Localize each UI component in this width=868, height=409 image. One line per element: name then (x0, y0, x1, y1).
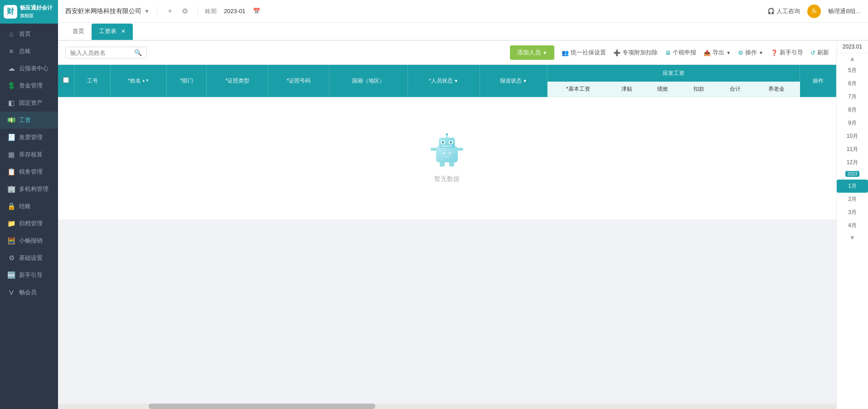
sidebar-item-member[interactable]: V 畅会员 (0, 284, 58, 301)
th-id-number-label: *证照号码 (287, 78, 311, 84)
cloud-icon: ☁ (7, 64, 15, 73)
th-dept-label: *部门 (180, 78, 193, 84)
sidebar-item-label: 畅会员 (19, 288, 37, 297)
search-input[interactable] (70, 49, 131, 56)
sidebar-item-ledger[interactable]: ≡ 总账 (0, 43, 58, 60)
svg-rect-15 (444, 156, 450, 157)
sidebar-item-inventory[interactable]: ▦ 库存核算 (0, 146, 58, 163)
period-nav-down[interactable]: ▼ (848, 232, 858, 243)
table-header-row: 工号 *姓名 ▲▼ *部门 (58, 65, 836, 82)
guide-button[interactable]: ❓ 新手引导 (771, 49, 803, 57)
guide-label: 新手引导 (780, 49, 803, 57)
human-service-button[interactable]: 🎧 人工咨询 (767, 7, 800, 15)
company-selector[interactable]: 西安虾米网络科技有限公司 ▼ (65, 7, 150, 15)
sidebar-item-fund[interactable]: 💲 资金管理 (0, 77, 58, 94)
period-month-9[interactable]: 9月 (837, 117, 868, 130)
th-report-status: 报送状态 ▼ (480, 65, 547, 97)
status-filter-icon: ▼ (454, 78, 458, 83)
th-total-label: 合计 (730, 86, 741, 92)
tab-salary-table[interactable]: 工资表 ✕ (92, 24, 133, 40)
personal-tax-label: 个税申报 (673, 49, 696, 57)
th-name-sort[interactable]: *姓名 ▲▼ (128, 77, 149, 85)
export-dropdown-icon: ▼ (726, 50, 731, 55)
topbar-right: 🎧 人工咨询 头 畅理通B组... (767, 5, 861, 18)
svg-rect-12 (449, 161, 454, 166)
sidebar-item-label: 新手引导 (19, 271, 43, 279)
period-month-6[interactable]: 6月 (837, 77, 868, 90)
empty-state: 暂无数据 (58, 97, 836, 219)
special-deduction-button[interactable]: ➕ 专项附加扣除 (613, 49, 658, 57)
sidebar-item-label: 总账 (19, 47, 31, 55)
period-month-2[interactable]: 2月 (837, 193, 868, 206)
sidebar-item-cloud-report[interactable]: ☁ 云报表中心 (0, 60, 58, 77)
select-all-checkbox[interactable] (63, 77, 69, 83)
sidebar-item-label: 小畅报销 (19, 237, 43, 245)
salary-table: 工号 *姓名 ▲▼ *部门 (58, 65, 836, 219)
table-scrollbar-thumb[interactable] (149, 404, 375, 409)
period-nav-up[interactable]: ▲ (848, 53, 858, 64)
sidebar-item-salary[interactable]: 💵 工资 (0, 112, 58, 129)
sidebar-item-label: 多机构管理 (19, 185, 48, 193)
personal-tax-button[interactable]: 🖥 个税申报 (665, 49, 696, 57)
add-person-button[interactable]: 添加人员 ▼ (510, 45, 554, 60)
report-filter-icon: ▼ (523, 78, 527, 83)
period-month-3[interactable]: 3月 (837, 206, 868, 219)
main-content-row: 🔍 添加人员 ▼ 👥 统一社保设置 ➕ 专项附加扣除 (58, 41, 868, 409)
period-month-12[interactable]: 12月 (837, 156, 868, 169)
social-security-button[interactable]: 👥 统一社保设置 (562, 49, 606, 57)
th-base-salary: *基本工资 (548, 82, 609, 97)
refresh-button[interactable]: ↺ 刷新 (810, 49, 829, 57)
period-calendar-icon[interactable]: 📅 (253, 8, 260, 15)
sidebar-item-label: 归档管理 (19, 219, 43, 228)
period-month-4[interactable]: 4月 (837, 219, 868, 232)
logo-icon: 财 (4, 5, 17, 19)
company-settings-button[interactable]: ⚙ (180, 5, 190, 17)
export-label: 导出 (713, 49, 724, 57)
th-checkbox[interactable] (58, 65, 74, 97)
th-number-label: 工号 (87, 78, 98, 84)
export-button[interactable]: 📤 导出 ▼ (703, 49, 731, 57)
sidebar-item-close[interactable]: 🔒 结账 (0, 198, 58, 215)
toolbar-right: 添加人员 ▼ 👥 统一社保设置 ➕ 专项附加扣除 🖥 个税申报 (510, 45, 829, 60)
sidebar-item-expense[interactable]: 🧮 小畅报销 (0, 232, 58, 249)
sidebar-item-multi-org[interactable]: 🏢 多机构管理 (0, 180, 58, 198)
sidebar-item-invoice[interactable]: 🧾 发票管理 (0, 129, 58, 146)
sidebar-item-label: 库存核算 (19, 151, 43, 159)
member-icon: V (7, 288, 15, 296)
sidebar-item-fixed-assets[interactable]: ◧ 固定资产 (0, 94, 58, 112)
sidebar-item-archive[interactable]: 📁 归档管理 (0, 215, 58, 232)
period-month-11[interactable]: 11月 (837, 143, 868, 156)
th-status-sort[interactable]: *人员状态 ▼ (429, 77, 459, 85)
sidebar-edition: 旗舰版 (20, 13, 53, 19)
search-wrap[interactable]: 🔍 (65, 47, 147, 58)
operations-icon: ⚙ (738, 49, 743, 56)
tax-icon: 📋 (7, 168, 15, 176)
operations-button[interactable]: ⚙ 操作 ▼ (738, 49, 763, 57)
sidebar-item-label: 云报表中心 (19, 64, 48, 73)
sidebar-item-label: 资金管理 (19, 82, 43, 90)
table-content: 🔍 添加人员 ▼ 👥 统一社保设置 ➕ 专项附加扣除 (58, 41, 836, 409)
sidebar-item-label: 工资 (19, 116, 31, 124)
sidebar-item-home[interactable]: ⌂ 首页 (0, 25, 58, 43)
tab-close-icon[interactable]: ✕ (121, 28, 126, 34)
sidebar-item-settings[interactable]: ⚙ 基础设置 (0, 249, 58, 267)
th-ops-label: 操作 (813, 78, 824, 84)
add-company-button[interactable]: ＋ (165, 5, 175, 18)
period-month-7[interactable]: 7月 (837, 90, 868, 103)
main-area: 西安虾米网络科技有限公司 ▼ ＋ ⚙ 账期 2023-01 📅 🎧 人工咨询 头… (58, 0, 868, 409)
svg-rect-8 (442, 146, 452, 146)
period-month-1[interactable]: 1月 (837, 180, 868, 193)
tab-home[interactable]: 首页 (65, 24, 92, 40)
table-scrollbar[interactable] (58, 404, 836, 409)
svg-point-13 (443, 152, 446, 155)
period-month-5[interactable]: 5月 (837, 64, 868, 77)
period-month-8[interactable]: 8月 (837, 103, 868, 117)
th-nationality-label: 国籍（地区） (352, 78, 385, 84)
period-month-10[interactable]: 10月 (837, 130, 868, 143)
guide-icon: 🆕 (7, 271, 15, 279)
close-accounts-icon: 🔒 (7, 202, 15, 210)
th-report-sort[interactable]: 报送状态 ▼ (500, 77, 527, 85)
sidebar-item-tax[interactable]: 📋 税务管理 (0, 163, 58, 180)
th-id-type: *证照类型 (207, 65, 268, 97)
sidebar-item-guide[interactable]: 🆕 新手引导 (0, 267, 58, 284)
